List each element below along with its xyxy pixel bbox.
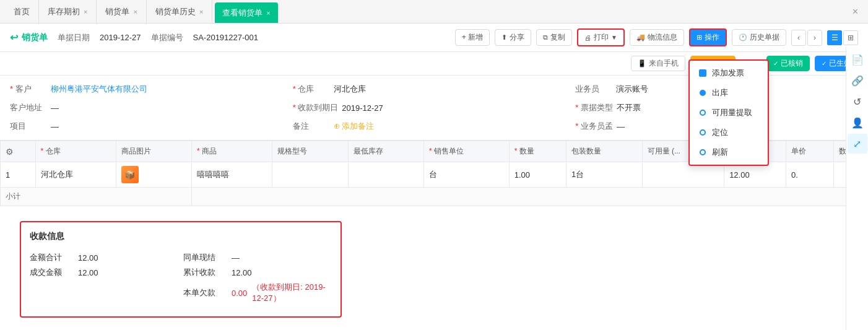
sales-emp-value: — bbox=[617, 122, 625, 131]
project-row: 项目 — bbox=[10, 119, 293, 134]
subtotal-label: 小计 bbox=[1, 188, 192, 206]
refresh-icon bbox=[698, 148, 707, 157]
total-amount-value: 12.00 bbox=[78, 253, 98, 263]
share-button[interactable]: ⬆ 分享 bbox=[495, 29, 531, 46]
payment-date-row: 收款到期日 2019-12-27 bbox=[293, 100, 576, 115]
col-unit-price: 单价 bbox=[786, 141, 834, 162]
same-order-row: 同单现结 — bbox=[183, 252, 332, 263]
total-amount-label: 金额合计 bbox=[30, 252, 73, 263]
number-label: 单据编号 bbox=[151, 32, 183, 43]
print-button[interactable]: 🖨 打印 ▼ bbox=[577, 28, 625, 46]
list-view-btn[interactable]: ☰ bbox=[827, 30, 842, 45]
subtotal-values bbox=[192, 188, 868, 206]
owe-note: （收款到期日: 2019-12-27） bbox=[252, 282, 332, 304]
sidebar-user-icon[interactable]: 👤 bbox=[848, 113, 867, 132]
number-value: SA-20191227-001 bbox=[193, 33, 259, 42]
customer-label: 客户 bbox=[10, 84, 47, 95]
payment-info-title: 收款信息 bbox=[30, 231, 332, 242]
bottom-area: 收款信息 金额合计 12.00 成交金额 12.00 同单现结 — bbox=[0, 215, 868, 330]
ticket-type-label: 票据类型 bbox=[575, 102, 613, 113]
row-warehouse: 河北仓库 bbox=[35, 162, 116, 188]
row-pack-qty: 1台 bbox=[566, 162, 643, 188]
window-close-button[interactable]: × bbox=[848, 6, 863, 17]
doc-title: ↩ 销货单 bbox=[10, 32, 48, 43]
row-min-stock bbox=[348, 162, 424, 188]
row-product: 嘻嘻嘻嘻 bbox=[192, 162, 272, 188]
tab-close-sales[interactable]: × bbox=[133, 8, 137, 15]
row-img: 📦 bbox=[116, 162, 192, 188]
col-sales-unit: * 销售单位 bbox=[424, 141, 510, 162]
payment-info-box: 收款信息 金额合计 12.00 成交金额 12.00 同单现结 — bbox=[20, 221, 342, 318]
logistics-button[interactable]: 🚚 物流信息 bbox=[630, 29, 684, 46]
customer-value[interactable]: 柳州粤港平安气体有限公司 bbox=[51, 84, 147, 95]
doc-meta: 单据日期 2019-12-27 单据编号 SA-20191227-001 bbox=[58, 32, 258, 43]
from-mobile-btn[interactable]: 📱 来自手机 bbox=[631, 56, 685, 71]
col-settings[interactable]: ⚙ bbox=[1, 141, 36, 162]
tab-sales-order[interactable]: 销货单 × bbox=[97, 0, 146, 23]
tab-close-history[interactable]: × bbox=[199, 8, 203, 15]
locate-icon bbox=[698, 128, 707, 137]
address-value: — bbox=[51, 103, 59, 113]
tab-inventory-init[interactable]: 库存期初 × bbox=[39, 0, 97, 23]
tab-home[interactable]: 首页 bbox=[5, 0, 39, 23]
sidebar-fullscreen-icon[interactable]: ⤢ bbox=[848, 134, 867, 154]
same-order-label: 同单现结 bbox=[183, 252, 227, 263]
employee-value: 演示账号 bbox=[616, 84, 648, 95]
employee-label: 业务员 bbox=[575, 84, 612, 95]
owe-label: 本单欠款 bbox=[183, 287, 227, 298]
col-quantity: * 数量 bbox=[509, 141, 566, 162]
note-label: 备注 bbox=[293, 121, 330, 132]
dropdown-available-pick[interactable]: 可用量提取 bbox=[690, 103, 768, 123]
cumulative-row: 累计收款 12.00 bbox=[183, 267, 332, 278]
row-num: 1 bbox=[1, 162, 36, 188]
tab-view-sales[interactable]: 查看销货单 × bbox=[215, 2, 278, 23]
history-button[interactable]: 🕐 历史单据 bbox=[732, 29, 786, 46]
doc-type-icon: ↩ bbox=[10, 32, 18, 43]
total-amount-row: 金额合计 12.00 bbox=[30, 252, 178, 263]
add-invoice-icon bbox=[698, 69, 707, 77]
sidebar-link-icon[interactable]: 🔗 bbox=[848, 71, 867, 90]
subtotal-row: 小计 bbox=[1, 188, 868, 206]
outbound-icon bbox=[698, 89, 707, 97]
col-min-stock: 最低库存 bbox=[348, 141, 424, 162]
row-unit-price: 0. bbox=[786, 162, 834, 188]
dropdown-add-invoice[interactable]: 添加发票 bbox=[690, 63, 768, 83]
dropdown-locate[interactable]: 定位 bbox=[690, 123, 768, 142]
transaction-row: 成交金额 12.00 bbox=[30, 267, 178, 278]
dropdown-outbound[interactable]: 出库 bbox=[690, 83, 768, 103]
already-sold-btn[interactable]: ✓ 已核销 bbox=[766, 56, 810, 71]
sidebar-doc-icon[interactable]: 📄 bbox=[848, 50, 867, 69]
cumulative-value: 12.00 bbox=[232, 268, 252, 277]
sidebar-refresh-icon[interactable]: ↺ bbox=[848, 92, 867, 111]
new-button[interactable]: + 新增 bbox=[455, 29, 490, 46]
right-info: 同单现结 — 累计收款 12.00 本单欠款 0.00 （收款到期日: 2019… bbox=[183, 252, 332, 308]
right-sidebar: 📄 🔗 ↺ 👤 ⤢ bbox=[846, 47, 868, 330]
col-warehouse: * 仓库 bbox=[35, 141, 116, 162]
prev-arrow[interactable]: ‹ bbox=[791, 30, 806, 46]
date-label: 单据日期 bbox=[58, 32, 90, 43]
view-toggle: ☰ ⊞ bbox=[827, 30, 858, 45]
owe-value: 0.00 bbox=[232, 289, 247, 298]
sales-emp-label: 业务员孟 bbox=[575, 121, 613, 132]
col-spec: 规格型号 bbox=[272, 141, 349, 162]
col-pack-qty: 包装数量 bbox=[566, 141, 643, 162]
note-row: 备注 ⊕ 添加备注 bbox=[293, 119, 576, 134]
dropdown-refresh[interactable]: 刷新 bbox=[690, 142, 768, 162]
tab-close-view[interactable]: × bbox=[266, 9, 270, 17]
address-row: 客户地址 — bbox=[10, 100, 293, 115]
copy-button[interactable]: ⧉ 复制 bbox=[536, 29, 572, 46]
document-header: ↩ 销货单 单据日期 2019-12-27 单据编号 SA-20191227-0… bbox=[0, 24, 868, 52]
tab-close-inventory[interactable]: × bbox=[84, 8, 87, 15]
same-order-value: — bbox=[232, 253, 240, 263]
next-arrow[interactable]: › bbox=[807, 30, 822, 46]
grid-view-btn[interactable]: ⊞ bbox=[843, 30, 858, 45]
doc-actions: + 新增 ⬆ 分享 ⧉ 复制 🖨 打印 ▼ 🚚 物流信息 bbox=[455, 28, 858, 46]
customer-row: 客户 柳州粤港平安气体有限公司 bbox=[10, 82, 293, 97]
col-product: * 商品 bbox=[192, 141, 272, 162]
tab-sales-history[interactable]: 销货单历史 × bbox=[147, 0, 212, 23]
operations-dropdown: 添加发票 出库 可用量提取 定位 刷新 bbox=[688, 59, 769, 166]
tab-bar: 首页 库存期初 × 销货单 × 销货单历史 × 查看销货单 × × bbox=[0, 0, 868, 24]
add-note-button[interactable]: ⊕ 添加备注 bbox=[334, 121, 375, 132]
operations-button[interactable]: ⊞ 操作 bbox=[689, 28, 727, 46]
row-spec bbox=[272, 162, 349, 188]
